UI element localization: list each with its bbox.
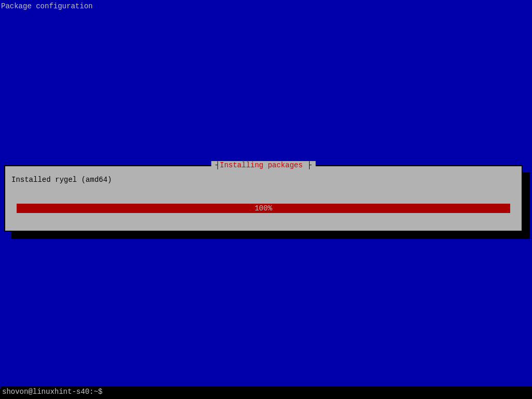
status-line: Installed rygel (amd64) (11, 176, 112, 184)
progress-text: 100% (255, 204, 272, 212)
dialog-title: Installing packages (211, 161, 316, 169)
page-title: Package configuration (1, 2, 92, 10)
terminal-prompt[interactable]: shovon@linuxhint-s40:~$ (1, 387, 532, 397)
install-dialog: Installing packages Installed rygel (amd… (4, 165, 523, 232)
progress-bar: 100% (17, 204, 510, 213)
progress-fill: 100% (17, 204, 510, 213)
dialog-title-text: Installing packages (220, 161, 303, 169)
